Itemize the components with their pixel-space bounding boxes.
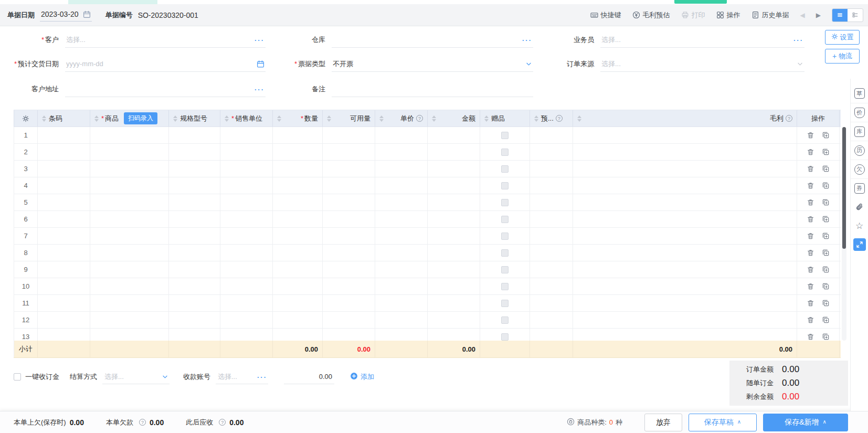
cell-gift[interactable]	[480, 211, 530, 227]
chevron-down-icon[interactable]	[525, 60, 532, 67]
cell-gift[interactable]	[480, 295, 530, 311]
cancel-button[interactable]: 放弃	[644, 414, 682, 431]
cell-qty[interactable]	[273, 144, 323, 160]
delete-row-icon[interactable]	[807, 131, 814, 139]
cell-profit[interactable]	[573, 312, 797, 328]
cell-amount[interactable]	[428, 245, 480, 261]
cell-forecast[interactable]	[530, 144, 573, 160]
calendar-icon[interactable]	[83, 10, 91, 18]
toolbar-action-operations[interactable]: 操作	[716, 10, 740, 20]
sidebar-tool-draft[interactable]: 草	[851, 84, 868, 103]
receiving-account-select[interactable]: 选择... ···	[216, 369, 268, 384]
cell-price[interactable]	[375, 211, 428, 227]
cell-barcode[interactable]	[38, 228, 90, 244]
delete-row-icon[interactable]	[807, 249, 814, 257]
cell-price[interactable]	[375, 144, 428, 160]
gift-checkbox[interactable]	[501, 182, 509, 189]
salesman-input[interactable]: 选择... ···	[600, 32, 805, 48]
cell-unit[interactable]	[220, 278, 273, 294]
cell-available[interactable]	[323, 261, 375, 278]
cell-barcode[interactable]	[38, 211, 90, 227]
gift-checkbox[interactable]	[501, 283, 509, 290]
logistics-button[interactable]: + 物流	[825, 49, 860, 64]
sort-icon[interactable]	[432, 115, 436, 122]
sort-icon[interactable]	[225, 115, 229, 122]
quick-deposit-checkbox[interactable]	[14, 373, 21, 381]
sort-icon[interactable]	[577, 115, 581, 122]
cell-amount[interactable]	[428, 144, 480, 160]
gift-checkbox[interactable]	[501, 199, 509, 206]
cell-gift[interactable]	[480, 127, 530, 143]
cell-available[interactable]	[323, 245, 375, 261]
ellipsis-icon[interactable]: ···	[793, 36, 803, 43]
cell-barcode[interactable]	[38, 295, 90, 311]
delete-row-icon[interactable]	[807, 266, 814, 273]
cell-product[interactable]	[90, 261, 169, 278]
sidebar-tool-price-shield[interactable]: 价	[851, 103, 868, 122]
cell-spec[interactable]	[169, 278, 220, 294]
delete-row-icon[interactable]	[807, 165, 814, 173]
prev-doc-button[interactable]: ◀	[800, 12, 805, 19]
save-draft-button[interactable]: 保存草稿∧	[689, 414, 757, 431]
cell-qty[interactable]	[273, 261, 323, 278]
cell-product[interactable]	[90, 144, 169, 160]
add-payment-link[interactable]: 添加	[350, 372, 374, 382]
delivery-date-input[interactable]: yyyy-mm-dd	[65, 56, 266, 72]
cell-product[interactable]	[90, 312, 169, 328]
save-and-new-button[interactable]: 保存&新增∧	[763, 414, 848, 431]
column-header-forecast[interactable]: 预...?	[530, 110, 573, 126]
cell-product[interactable]	[90, 295, 169, 311]
cell-product[interactable]	[90, 127, 169, 143]
cell-profit[interactable]	[573, 295, 797, 311]
gift-checkbox[interactable]	[501, 149, 509, 156]
copy-row-icon[interactable]	[822, 215, 830, 223]
cell-barcode[interactable]	[38, 261, 90, 278]
form-view-toggle[interactable]	[848, 9, 863, 22]
cell-price[interactable]	[375, 194, 428, 210]
column-header-profit[interactable]: 毛利?	[573, 110, 797, 126]
help-icon[interactable]: ?	[556, 115, 563, 122]
column-header-spec[interactable]: 规格型号	[169, 110, 220, 126]
cell-unit[interactable]	[220, 329, 273, 341]
cell-unit[interactable]	[220, 144, 273, 160]
cell-unit[interactable]	[220, 177, 273, 194]
cell-unit[interactable]	[220, 245, 273, 261]
cell-price[interactable]	[375, 278, 428, 294]
cell-gift[interactable]	[480, 245, 530, 261]
cell-amount[interactable]	[428, 261, 480, 278]
cell-gift[interactable]	[480, 278, 530, 294]
cell-profit[interactable]	[573, 211, 797, 227]
cell-price[interactable]	[375, 177, 428, 194]
cell-product[interactable]	[90, 278, 169, 294]
sidebar-tool-expand[interactable]	[851, 235, 868, 254]
gift-checkbox[interactable]	[501, 132, 509, 139]
cell-qty[interactable]	[273, 194, 323, 210]
cell-available[interactable]	[323, 211, 375, 227]
copy-row-icon[interactable]	[822, 266, 830, 273]
column-header-qty[interactable]: *数量	[273, 110, 323, 126]
cell-price[interactable]	[375, 245, 428, 261]
cell-spec[interactable]	[169, 211, 220, 227]
cell-forecast[interactable]	[530, 261, 573, 278]
cell-barcode[interactable]	[38, 177, 90, 194]
delete-row-icon[interactable]	[807, 215, 814, 223]
settlement-method-select[interactable]: 选择...	[102, 369, 170, 384]
cell-profit[interactable]	[573, 177, 797, 194]
sort-icon[interactable]	[94, 115, 99, 122]
copy-row-icon[interactable]	[822, 198, 830, 206]
column-header-unit[interactable]: *销售单位	[220, 110, 273, 126]
cell-unit[interactable]	[220, 194, 273, 210]
cell-profit[interactable]	[573, 261, 797, 278]
cell-price[interactable]	[375, 261, 428, 278]
cell-barcode[interactable]	[38, 194, 90, 210]
help-icon[interactable]: ?	[786, 115, 792, 122]
sort-icon[interactable]	[379, 115, 384, 122]
copy-row-icon[interactable]	[822, 232, 830, 240]
cell-qty[interactable]	[273, 329, 323, 341]
cell-forecast[interactable]	[530, 295, 573, 311]
cell-spec[interactable]	[169, 127, 220, 143]
cell-qty[interactable]	[273, 127, 323, 143]
cell-amount[interactable]	[428, 211, 480, 227]
sidebar-tool-attachment[interactable]	[851, 197, 868, 216]
cell-barcode[interactable]	[38, 312, 90, 328]
